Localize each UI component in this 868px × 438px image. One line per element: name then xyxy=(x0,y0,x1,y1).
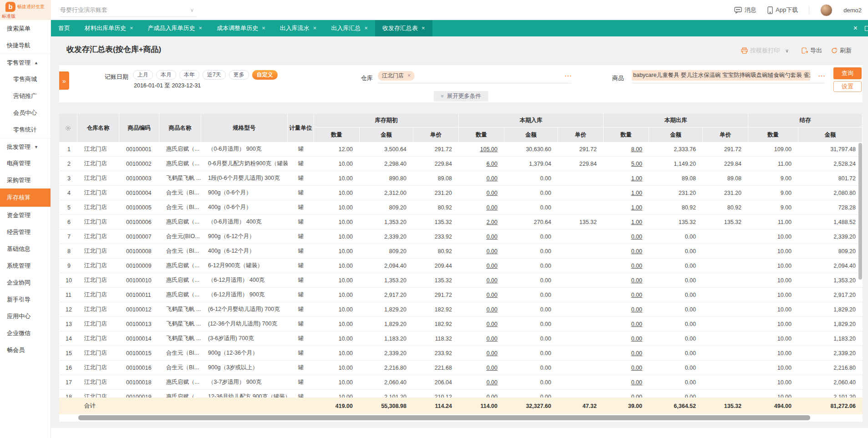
sidebar-item-0[interactable]: 搜索菜单 xyxy=(0,20,51,37)
cell-value[interactable]: 0.00 xyxy=(604,292,649,298)
warehouse-more-icon[interactable]: ··· xyxy=(565,72,572,79)
sidebar-item-10[interactable]: 库存核算 xyxy=(0,188,51,207)
cell-value[interactable]: 0.00 xyxy=(604,379,649,386)
cell-value[interactable]: 0.00 xyxy=(604,336,649,342)
cell-value[interactable]: 0.00 xyxy=(459,204,504,211)
cell-value[interactable]: 0.00 xyxy=(604,277,649,284)
cell-value[interactable]: 0.00 xyxy=(604,306,649,313)
product-more-icon[interactable]: ··· xyxy=(818,72,826,79)
cell-value[interactable]: 0.00 xyxy=(459,306,504,313)
sidebar-item-18[interactable]: 企业微信 xyxy=(0,325,51,341)
sub-header-1-1[interactable]: 金额 xyxy=(504,127,558,142)
sub-header-2-0[interactable]: 数量 xyxy=(604,127,649,142)
sidebar-item-9[interactable]: 采购管理 xyxy=(0,172,51,188)
cell-value[interactable]: 0.00 xyxy=(604,263,649,269)
sidebar-item-6[interactable]: 零售统计 xyxy=(0,121,51,138)
sub-header-3-1[interactable]: 金额 xyxy=(798,127,863,142)
tab-close-icon[interactable]: × xyxy=(199,25,203,31)
cell-value[interactable]: 5.00 xyxy=(604,161,649,167)
column-header-0[interactable]: 仓库名称 xyxy=(77,114,119,142)
date-preset-3[interactable]: 近7天 xyxy=(203,70,226,80)
chevron-down-icon[interactable]: ∨ xyxy=(785,48,789,54)
close-all-tabs-icon[interactable]: × xyxy=(853,24,858,32)
cell-value[interactable]: 0.00 xyxy=(604,248,649,255)
cell-value[interactable]: 1.00 xyxy=(604,190,649,196)
sidebar-item-5[interactable]: 会员中心 xyxy=(0,104,51,121)
export-button[interactable]: 导出 xyxy=(802,46,822,55)
remove-warehouse-tag-icon[interactable]: × xyxy=(407,72,411,79)
tab-close-icon[interactable]: × xyxy=(313,25,317,31)
cell-value[interactable]: 0.00 xyxy=(604,350,649,357)
cell-value[interactable]: 0.00 xyxy=(604,365,649,371)
sidebar-item-3[interactable]: 零售商城 xyxy=(0,71,51,87)
column-header-3[interactable]: 规格型号 xyxy=(201,114,288,142)
cell-value[interactable]: 0.00 xyxy=(459,263,504,269)
column-settings-gear-icon[interactable] xyxy=(59,114,77,142)
sub-header-3-0[interactable]: 数量 xyxy=(748,127,798,142)
avatar[interactable] xyxy=(820,4,832,16)
sidebar-item-2[interactable]: 零售管理▲ xyxy=(0,54,51,71)
sidebar-item-14[interactable]: 系统管理 xyxy=(0,257,51,274)
sidebar-item-19[interactable]: 畅会员 xyxy=(0,341,51,358)
cell-value[interactable]: 0.00 xyxy=(459,365,504,371)
sidebar-item-7[interactable]: 批发管理▼ xyxy=(0,138,51,155)
cell-value[interactable]: 2.00 xyxy=(459,219,504,225)
date-preset-4[interactable]: 更多 xyxy=(229,70,249,80)
sub-header-0-2[interactable]: 单价 xyxy=(413,127,459,142)
cell-value[interactable]: 0.00 xyxy=(459,234,504,240)
date-preset-2[interactable]: 本年 xyxy=(179,70,199,80)
username[interactable]: demo2 xyxy=(843,7,862,14)
cell-value[interactable]: 1.00 xyxy=(604,219,649,225)
sidebar-item-16[interactable]: 新手引导 xyxy=(0,291,51,308)
sidebar-item-11[interactable]: 资金管理 xyxy=(0,207,51,224)
sidebar-item-13[interactable]: 基础信息 xyxy=(0,240,51,257)
cell-value[interactable]: 6.00 xyxy=(459,161,504,167)
sub-header-0-1[interactable]: 金额 xyxy=(360,127,413,142)
date-preset-1[interactable]: 本月 xyxy=(156,70,176,80)
print-by-template-button[interactable]: 按模板打印 xyxy=(741,46,780,55)
tab-6[interactable]: 收发存汇总表× xyxy=(375,20,432,36)
sub-header-0-0[interactable]: 数量 xyxy=(314,127,360,142)
settings-button[interactable]: 设置 xyxy=(833,81,862,92)
tab-close-icon[interactable]: × xyxy=(130,25,133,31)
sidebar-item-1[interactable]: 快捷导航 xyxy=(0,37,51,54)
tab-0[interactable]: 首页 xyxy=(51,20,77,36)
horizontal-scrollbar[interactable] xyxy=(78,415,810,420)
column-header-2[interactable]: 商品名称 xyxy=(159,114,201,142)
sub-header-1-2[interactable]: 单价 xyxy=(558,127,604,142)
app-download-button[interactable]: App下载 xyxy=(767,6,798,14)
sub-header-1-0[interactable]: 数量 xyxy=(459,127,504,142)
cell-value[interactable]: 0.00 xyxy=(459,277,504,284)
toggle-fullscreen-icon[interactable] xyxy=(865,26,868,31)
sidebar-item-8[interactable]: 电商管理 xyxy=(0,155,51,172)
tab-1[interactable]: 材料出库单历史× xyxy=(77,20,141,36)
column-header-1[interactable]: 商品编码 xyxy=(119,114,159,142)
vertical-scrollbar[interactable] xyxy=(858,143,862,280)
sidebar-item-4[interactable]: 营销推广 xyxy=(0,87,51,104)
date-custom-chip[interactable]: 自定义 xyxy=(252,70,278,80)
cell-value[interactable]: 105.00 xyxy=(459,146,504,153)
cell-value[interactable]: 0.00 xyxy=(604,321,649,327)
tab-close-icon[interactable]: × xyxy=(421,25,425,31)
tab-3[interactable]: 成本调整单历史× xyxy=(209,20,273,36)
sidebar-item-17[interactable]: 应用中心 xyxy=(0,308,51,325)
tab-2[interactable]: 产成品入库单历史× xyxy=(141,20,210,36)
date-preset-0[interactable]: 上月 xyxy=(133,70,153,80)
cell-value[interactable]: 1.00 xyxy=(604,204,649,211)
cell-value[interactable]: 0.00 xyxy=(459,175,504,182)
sidebar-item-15[interactable]: 企业协同 xyxy=(0,274,51,291)
expand-more-conditions-button[interactable]: »展开更多条件 xyxy=(433,91,488,102)
cell-value[interactable]: 1.00 xyxy=(604,175,649,182)
column-header-4[interactable]: 计量单位 xyxy=(288,114,314,142)
sub-header-2-1[interactable]: 金额 xyxy=(649,127,703,142)
account-selector[interactable]: 母婴行业演示账套 ∨ xyxy=(60,3,197,17)
cell-value[interactable]: 0.00 xyxy=(459,248,504,255)
sub-header-2-2[interactable]: 单价 xyxy=(703,127,748,142)
warehouse-field[interactable]: 江北门店 × ··· xyxy=(378,70,571,83)
search-button[interactable]: 查询 xyxy=(833,67,862,79)
product-field[interactable]: babycare儿童餐具 婴儿注水保温碗 宝宝防摔碗吸盘碗辅食碗勺套装 雀湖绿 … xyxy=(632,70,825,83)
tab-5[interactable]: 出入库汇总× xyxy=(324,20,375,36)
tab-4[interactable]: 出入库流水× xyxy=(273,20,324,36)
tab-close-icon[interactable]: × xyxy=(364,25,368,31)
tab-close-icon[interactable]: × xyxy=(262,25,265,31)
